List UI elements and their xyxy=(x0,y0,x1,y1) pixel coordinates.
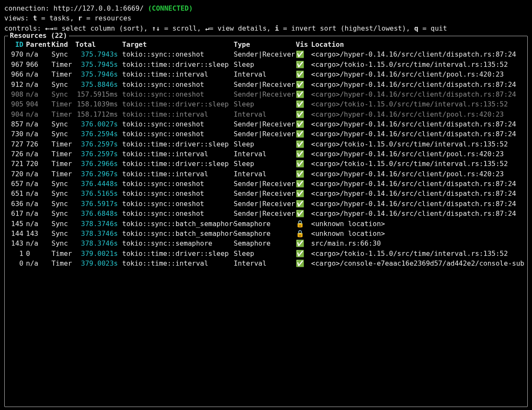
cell-target[interactable]: tokio::time::interval xyxy=(122,109,234,119)
cell-type[interactable]: Sleep xyxy=(234,60,296,69)
cell-type[interactable]: Interval xyxy=(234,258,296,268)
col-header-parent[interactable]: Parent xyxy=(26,40,51,49)
cell-location[interactable]: <cargo>/hyper-0.14.16/src/client/pool.rs… xyxy=(311,149,524,159)
cell-id[interactable]: 727 xyxy=(8,139,26,149)
cell-id[interactable]: 144 xyxy=(8,229,26,238)
cell-type[interactable]: Sender|Receiver xyxy=(234,199,296,209)
cell-parent[interactable]: n/a xyxy=(26,119,51,129)
col-header-vis[interactable]: Vis xyxy=(296,40,311,49)
cell-location[interactable]: src/main.rs:66:30 xyxy=(311,238,524,248)
cell-parent[interactable]: n/a xyxy=(26,179,51,189)
cell-location[interactable]: <cargo>/hyper-0.14.16/src/client/dispatc… xyxy=(311,189,524,198)
cell-total[interactable]: 378.3746s xyxy=(75,219,122,229)
cell-id[interactable]: 905 xyxy=(8,99,26,109)
cell-id[interactable]: 857 xyxy=(8,119,26,129)
cell-type[interactable]: Sleep xyxy=(234,99,296,109)
cell-total[interactable]: 376.0027s xyxy=(75,119,122,129)
cell-total[interactable]: 378.3746s xyxy=(75,238,122,248)
cell-kind[interactable]: Sync xyxy=(51,189,75,198)
cell-location[interactable]: <cargo>/tokio-1.15.0/src/time/interval.r… xyxy=(311,60,524,69)
cell-type[interactable]: Sender|Receiver xyxy=(234,49,296,59)
cell-target[interactable]: tokio::time::interval xyxy=(122,149,234,159)
cell-kind[interactable]: Timer xyxy=(51,69,75,79)
col-header-kind[interactable]: Kind xyxy=(51,40,75,49)
cell-location[interactable]: <cargo>/hyper-0.14.16/src/client/pool.rs… xyxy=(311,109,524,119)
cell-location[interactable]: <cargo>/hyper-0.14.16/src/client/dispatc… xyxy=(311,80,524,89)
cell-kind[interactable]: Sync xyxy=(51,238,75,248)
cell-parent[interactable]: n/a xyxy=(26,258,51,268)
cell-total[interactable]: 379.0021s xyxy=(75,249,122,258)
cell-total[interactable]: 376.2597s xyxy=(75,149,122,159)
cell-total[interactable]: 378.3746s xyxy=(75,229,122,238)
cell-kind[interactable]: Sync xyxy=(51,129,75,139)
cell-parent[interactable]: n/a xyxy=(26,169,51,179)
cell-parent[interactable]: n/a xyxy=(26,149,51,159)
cell-parent[interactable]: n/a xyxy=(26,80,51,89)
cell-target[interactable]: tokio::time::interval xyxy=(122,258,234,268)
cell-location[interactable]: <unknown location> xyxy=(311,219,524,229)
cell-total[interactable]: 376.2967s xyxy=(75,169,122,179)
cell-location[interactable]: <cargo>/hyper-0.14.16/src/client/dispatc… xyxy=(311,129,524,139)
cell-target[interactable]: tokio::sync::batch_semaphore xyxy=(122,219,234,229)
cell-total[interactable]: 157.5915ms xyxy=(75,89,122,99)
cell-kind[interactable]: Sync xyxy=(51,199,75,209)
cell-id[interactable]: 720 xyxy=(8,169,26,179)
cell-total[interactable]: 376.4448s xyxy=(75,179,122,189)
cell-target[interactable]: tokio::sync::oneshot xyxy=(122,179,234,189)
cell-type[interactable]: Interval xyxy=(234,69,296,79)
cell-type[interactable]: Sender|Receiver xyxy=(234,209,296,218)
cell-kind[interactable]: Sync xyxy=(51,219,75,229)
cell-target[interactable]: tokio::sync::oneshot xyxy=(122,80,234,89)
cell-total[interactable]: 376.2966s xyxy=(75,159,122,169)
cell-id[interactable]: 617 xyxy=(8,209,26,218)
cell-id[interactable]: 657 xyxy=(8,179,26,189)
cell-location[interactable]: <cargo>/hyper-0.14.16/src/client/dispatc… xyxy=(311,209,524,218)
cell-id[interactable]: 904 xyxy=(8,109,26,119)
cell-type[interactable]: Sleep xyxy=(234,249,296,258)
cell-kind[interactable]: Timer xyxy=(51,249,75,258)
col-header-id[interactable]: ID xyxy=(8,40,26,49)
cell-parent[interactable]: n/a xyxy=(26,189,51,198)
cell-id[interactable]: 143 xyxy=(8,238,26,248)
cell-type[interactable]: Sender|Receiver xyxy=(234,189,296,198)
cell-target[interactable]: tokio::sync::oneshot xyxy=(122,129,234,139)
cell-location[interactable]: <cargo>/console-e7eaac16e2369d57/ad442e2… xyxy=(311,258,524,268)
cell-type[interactable]: Sleep xyxy=(234,139,296,149)
cell-type[interactable]: Interval xyxy=(234,149,296,159)
cell-type[interactable]: Sender|Receiver xyxy=(234,119,296,129)
cell-parent[interactable]: n/a xyxy=(26,199,51,209)
cell-type[interactable]: Sender|Receiver xyxy=(234,129,296,139)
cell-total[interactable]: 376.5165s xyxy=(75,189,122,198)
cell-kind[interactable]: Timer xyxy=(51,60,75,69)
cell-parent[interactable]: 0 xyxy=(26,249,51,258)
cell-total[interactable]: 375.7943s xyxy=(75,49,122,59)
cell-location[interactable]: <cargo>/hyper-0.14.16/src/client/dispatc… xyxy=(311,49,524,59)
cell-total[interactable]: 379.0023s xyxy=(75,258,122,268)
cell-parent[interactable]: n/a xyxy=(26,209,51,218)
cell-parent[interactable]: n/a xyxy=(26,89,51,99)
cell-parent[interactable]: n/a xyxy=(26,219,51,229)
cell-total[interactable]: 158.1712ms xyxy=(75,109,122,119)
cell-location[interactable]: <cargo>/tokio-1.15.0/src/time/interval.r… xyxy=(311,249,524,258)
cell-type[interactable]: Semaphore xyxy=(234,219,296,229)
cell-kind[interactable]: Sync xyxy=(51,209,75,218)
cell-parent[interactable]: n/a xyxy=(26,69,51,79)
col-header-location[interactable]: Location xyxy=(311,40,524,49)
cell-target[interactable]: tokio::sync::oneshot xyxy=(122,209,234,218)
cell-id[interactable]: 967 xyxy=(8,60,26,69)
cell-parent[interactable]: n/a xyxy=(26,49,51,59)
cell-id[interactable]: 1 xyxy=(8,249,26,258)
cell-type[interactable]: Interval xyxy=(234,169,296,179)
views-r-key[interactable]: r xyxy=(78,14,82,22)
cell-total[interactable]: 376.6848s xyxy=(75,209,122,218)
cell-kind[interactable]: Sync xyxy=(51,179,75,189)
ctrl-ud-key[interactable]: ↑↓ xyxy=(152,24,160,32)
cell-target[interactable]: tokio::time::interval xyxy=(122,69,234,79)
ctrl-q-key[interactable]: q xyxy=(414,24,418,32)
cell-id[interactable]: 0 xyxy=(8,258,26,268)
cell-total[interactable]: 376.2597s xyxy=(75,139,122,149)
cell-parent[interactable]: n/a xyxy=(26,238,51,248)
cell-kind[interactable]: Timer xyxy=(51,159,75,169)
cell-location[interactable]: <unknown location> xyxy=(311,229,524,238)
resources-table[interactable]: ID Parent Kind Total Target Type Vis Loc… xyxy=(5,36,527,270)
